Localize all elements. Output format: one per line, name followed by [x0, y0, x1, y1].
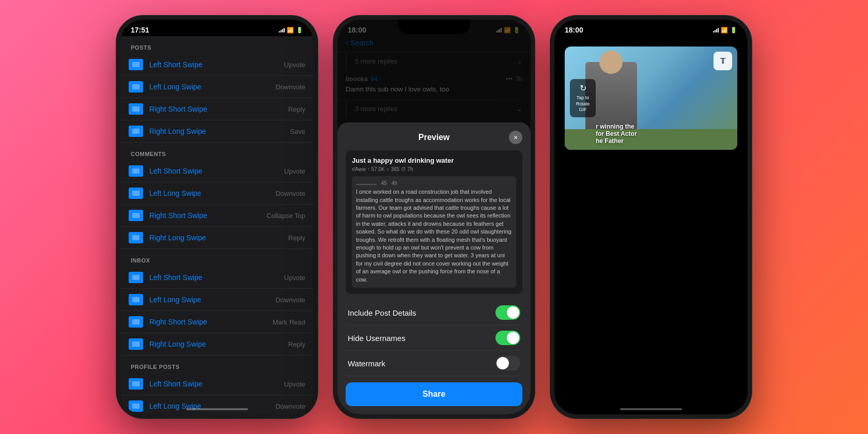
swipe-label: Left Long Swipe — [149, 296, 275, 304]
swipe-action: Downvote — [275, 83, 305, 91]
phone-3: 18:00 📶 🔋 — [550, 16, 752, 419]
swipe-icon — [129, 210, 143, 221]
status-bar-1: 17:51 📶 🔋 — [120, 20, 314, 36]
swipe-action: Downvote — [275, 402, 305, 410]
toggle-switch[interactable] — [495, 356, 520, 370]
swipe-action: Downvote — [275, 190, 305, 197]
preview-post-sub: r/Aww — [352, 166, 366, 172]
preview-post-stats: ↑ 57.0K ○ 365 ⏱ 7h — [367, 166, 413, 172]
status-icons-1: 📶 🔋 — [279, 27, 303, 34]
phone-1: 17:51 📶 🔋 POSTSLeft Short SwipeUpvoteLef… — [116, 16, 318, 419]
phone-3-screen: 18:00 📶 🔋 — [554, 20, 748, 414]
swipe-row[interactable]: Left Long SwipeDownvote — [120, 76, 314, 98]
toggle-label: Include Post Details — [348, 308, 416, 317]
swipe-row[interactable]: Left Short SwipeUpvote — [120, 160, 314, 182]
swipe-label: Left Short Swipe — [149, 380, 284, 388]
wifi-icon-3: 📶 — [721, 27, 728, 34]
swipe-row[interactable]: Left Short SwipeUpvote — [120, 373, 314, 395]
phone-2-screen: 18:00 📶 🔋 ‹ Search 5 more replies ⌄ booo… — [337, 20, 531, 414]
toggle-knob — [507, 332, 519, 344]
swipe-action: Upvote — [284, 274, 305, 282]
time-1: 17:51 — [131, 26, 149, 34]
swipe-icon — [129, 294, 143, 305]
video-content-area: ↻ Tap to Rotate GIF 𝕋 r winning the for … — [554, 36, 748, 160]
swipe-row[interactable]: Right Long SwipeSave — [120, 120, 314, 143]
swipe-row[interactable]: Right Short SwipeReply — [120, 98, 314, 120]
swipe-action: Reply — [288, 234, 305, 242]
toggle-row: Include Post Details — [346, 300, 522, 326]
toggle-switch[interactable] — [495, 331, 520, 345]
preview-post-meta: r/Aww ↑ 57.0K ○ 365 ⏱ 7h — [352, 166, 516, 172]
swipe-icon — [129, 188, 143, 199]
swipe-icon — [129, 316, 143, 328]
share-button[interactable]: Share — [346, 382, 522, 406]
swipe-settings-list: POSTSLeft Short SwipeUpvoteLeft Long Swi… — [120, 36, 314, 414]
swipe-icon — [129, 272, 143, 283]
swipe-action: Reply — [288, 105, 305, 113]
swipe-icon — [129, 165, 143, 177]
status-icons-3: 📶 🔋 — [713, 27, 737, 34]
swipe-action: Mark Read — [272, 318, 305, 326]
swipe-row[interactable]: Right Long SwipeReply — [120, 333, 314, 355]
swipe-action: Upvote — [284, 61, 305, 69]
section-header-posts: POSTS — [120, 36, 314, 54]
battery-icon: 🔋 — [296, 27, 303, 34]
swipe-row[interactable]: Left Short SwipeUpvote — [120, 267, 314, 289]
toggle-knob — [507, 306, 519, 319]
swipe-action: Downvote — [275, 296, 305, 304]
swipe-row[interactable]: Right Long SwipeReply — [120, 227, 314, 249]
swipe-icon — [129, 378, 143, 390]
caption-line-2: for Best Actor — [596, 130, 732, 137]
toggle-knob — [497, 357, 509, 369]
video-caption: r winning the for Best Actor he Father — [596, 123, 732, 145]
section-header-profile_posts: PROFILE POSTS — [120, 355, 314, 373]
swipe-row[interactable]: Left Long SwipeDownvote — [120, 395, 314, 414]
swipe-action: Reply — [288, 340, 305, 348]
swipe-label: Right Short Swipe — [149, 318, 272, 326]
swipe-row[interactable]: Left Short SwipeUpvote — [120, 54, 314, 76]
swipe-icon — [129, 400, 143, 412]
swipe-row[interactable]: Left Long SwipeDownvote — [120, 182, 314, 205]
swipe-label: Left Short Swipe — [149, 60, 284, 69]
preview-card: Just a happy owl drinking water r/Aww ↑ … — [346, 150, 522, 294]
close-button[interactable]: × — [509, 131, 522, 144]
preview-header: Preview × — [346, 131, 522, 144]
caption-line-3: he Father — [596, 137, 732, 145]
video-thumbnail[interactable]: ↻ Tap to Rotate GIF 𝕋 r winning the for … — [565, 47, 737, 150]
status-bar-3: 18:00 📶 🔋 — [554, 20, 748, 36]
toggle-switch[interactable] — [495, 305, 520, 320]
preview-modal: Preview × Just a happy owl drinking wate… — [337, 122, 531, 414]
home-indicator-3 — [620, 408, 682, 410]
toggle-list: Include Post DetailsHide UsernamesWaterm… — [346, 300, 522, 376]
swipe-label: Right Short Swipe — [149, 105, 288, 113]
swipe-label: Left Short Swipe — [149, 273, 284, 282]
signal-icon — [279, 27, 285, 33]
swipe-label: Left Long Swipe — [149, 189, 275, 197]
swipe-label: Right Long Swipe — [149, 127, 290, 135]
signal-icon-3 — [713, 27, 719, 33]
wifi-icon: 📶 — [287, 27, 294, 34]
swipe-row[interactable]: Left Long SwipeDownvote — [120, 289, 314, 311]
preview-post-title: Just a happy owl drinking water — [352, 157, 516, 164]
preview-overlay: Preview × Just a happy owl drinking wate… — [337, 20, 531, 414]
rotate-label: Tap to Rotate GIF — [573, 95, 593, 113]
swipe-action: Upvote — [284, 380, 305, 388]
swipe-icon — [129, 338, 143, 350]
swipe-icon — [129, 81, 143, 92]
home-indicator-1 — [186, 408, 248, 410]
swipe-icon — [129, 232, 143, 243]
preview-title: Preview — [359, 133, 509, 142]
toggle-row: Hide Usernames — [346, 326, 522, 351]
swipe-label: Right Long Swipe — [149, 340, 288, 348]
swipe-row[interactable]: Right Short SwipeCollapse Top — [120, 205, 314, 227]
rotate-indicator[interactable]: ↻ Tap to Rotate GIF — [570, 79, 596, 117]
preview-comment-time: 4h — [392, 180, 397, 186]
swipe-label: Left Long Swipe — [149, 83, 275, 91]
phone-2: 18:00 📶 🔋 ‹ Search 5 more replies ⌄ booo… — [333, 16, 535, 419]
swipe-icon — [129, 126, 143, 137]
logo-symbol: 𝕋 — [720, 57, 725, 65]
swipe-label: Left Short Swipe — [149, 167, 284, 175]
swipe-row[interactable]: Right Short SwipeMark Read — [120, 311, 314, 333]
person-head — [599, 51, 623, 74]
preview-comment-block: 45 4h I once worked on a road constructi… — [352, 176, 516, 288]
